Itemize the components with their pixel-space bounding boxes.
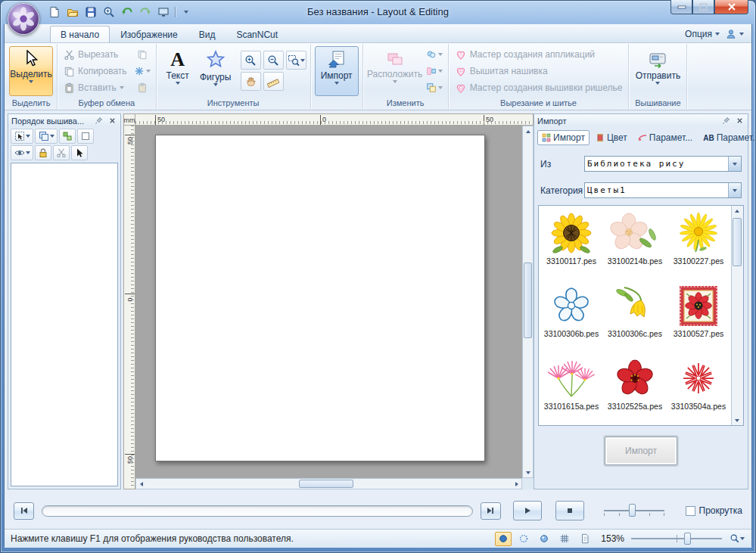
close-panel-button[interactable]	[107, 116, 117, 126]
realistic-view-button[interactable]	[536, 532, 552, 546]
option-menu-button[interactable]: Опция	[685, 29, 720, 39]
import-design-button[interactable]: Импорт	[605, 436, 677, 465]
customize-toolbar-button[interactable]	[181, 5, 191, 20]
gallery-scroll-up-button[interactable]	[732, 206, 742, 216]
scroll-down-button[interactable]	[523, 468, 533, 477]
vertical-scrollbar[interactable]	[522, 126, 534, 478]
gallery-item[interactable]: 33101615a.pes	[540, 353, 603, 426]
tab-scanncut[interactable]: ScanNCut	[226, 26, 288, 42]
lock-button[interactable]	[35, 145, 51, 160]
gallery-item[interactable]: 33100117.pes	[540, 208, 603, 281]
go-to-start-button[interactable]	[14, 502, 34, 520]
zoom-out-button[interactable]	[263, 51, 284, 70]
pin-panel-button[interactable]	[720, 116, 731, 126]
open-button[interactable]	[64, 5, 80, 20]
design-page[interactable]	[155, 135, 485, 461]
tab-home[interactable]: В начало	[50, 26, 110, 42]
go-to-end-button[interactable]	[481, 502, 501, 520]
cut-button[interactable]: Вырезать	[61, 46, 129, 63]
panel-tab-text-params[interactable]: АВ Парамет...	[698, 130, 756, 145]
gallery-item[interactable]: 33100306b.pes	[540, 281, 603, 353]
stop-button[interactable]	[555, 501, 584, 520]
applique-wizard-button[interactable]: Мастер создания аппликаций	[453, 46, 625, 63]
app-logo-button[interactable]	[8, 3, 39, 35]
horizontal-scrollbar[interactable]	[135, 478, 522, 489]
category-combobox[interactable]: Цветы1	[584, 182, 742, 198]
stitch-progress-slider[interactable]	[42, 505, 473, 517]
scroll-checkbox[interactable]	[686, 506, 695, 516]
stitch-view-button[interactable]	[515, 532, 532, 546]
zoom-slider[interactable]	[631, 531, 722, 546]
panel-tab-color[interactable]: Цвет	[591, 130, 632, 145]
save-button[interactable]	[82, 5, 98, 20]
blank-frame-button[interactable]	[77, 129, 94, 144]
maximize-button[interactable]	[692, 0, 714, 14]
user-menu-button[interactable]	[726, 29, 744, 39]
vertical-scroll-thumb[interactable]	[524, 263, 532, 338]
measure-tool-button[interactable]	[263, 72, 284, 91]
send-button[interactable]: Отправить	[633, 46, 683, 96]
solid-view-button[interactable]	[495, 532, 512, 546]
gallery-item[interactable]: 33100306c.pes	[603, 281, 667, 353]
horizontal-scroll-thumb[interactable]	[299, 480, 353, 488]
gallery-item[interactable]: 33102525a.pes	[603, 353, 667, 426]
layers-button[interactable]	[59, 129, 76, 144]
scroll-up-button[interactable]	[523, 126, 533, 136]
from-combobox-dropdown-button[interactable]	[728, 157, 741, 171]
cut-order-button[interactable]	[53, 145, 70, 160]
gallery-item[interactable]: 33103504a.pes	[667, 353, 730, 426]
group-objects-button[interactable]	[425, 46, 444, 63]
zoom-slider-thumb[interactable]	[684, 533, 691, 545]
redo-button[interactable]	[137, 5, 153, 20]
simulation-speed-slider[interactable]	[604, 502, 664, 520]
select-tool-button[interactable]: Выделить	[9, 46, 53, 96]
shapes-tool-button[interactable]: Фигуры	[195, 46, 236, 96]
copy-button[interactable]: Копировать	[61, 63, 129, 79]
gallery-scroll-thumb[interactable]	[733, 218, 742, 266]
tab-view[interactable]: Вид	[188, 26, 226, 42]
frame-select-button[interactable]	[11, 129, 33, 144]
align-button[interactable]	[425, 63, 444, 79]
pointer-button[interactable]	[71, 145, 88, 160]
grid-settings-button[interactable]	[556, 532, 573, 546]
design-settings-button[interactable]	[155, 5, 171, 20]
stacking-order-button[interactable]	[425, 79, 444, 96]
gallery-scroll-down-button[interactable]	[732, 415, 742, 425]
scroll-left-button[interactable]	[136, 479, 146, 489]
slider-thumb[interactable]	[629, 504, 636, 517]
patch-button[interactable]: Вышитая нашивка	[453, 63, 625, 79]
gallery-item[interactable]: 33100227.pes	[667, 208, 730, 281]
richelieu-wizard-button[interactable]: Мастер создания вышивки ришелье	[453, 79, 625, 96]
close-panel-button[interactable]	[734, 116, 745, 126]
mirror-copy-button[interactable]	[132, 63, 152, 79]
visibility-button[interactable]	[11, 145, 33, 160]
pan-tool-button[interactable]	[241, 72, 261, 91]
scroll-right-button[interactable]	[512, 479, 521, 489]
pin-panel-button[interactable]	[93, 116, 104, 126]
minimize-button[interactable]	[670, 0, 692, 14]
duplicate-button[interactable]	[132, 46, 152, 63]
import-button[interactable]: Импорт	[315, 46, 359, 96]
undo-button[interactable]	[119, 5, 135, 20]
gallery-item[interactable]: 33100527.pes	[667, 281, 730, 353]
paste-special-button[interactable]	[132, 79, 152, 96]
zoom-menu-button[interactable]	[729, 532, 745, 546]
zoom-area-button[interactable]	[286, 51, 306, 70]
sewing-order-list[interactable]	[11, 163, 118, 486]
canvas-viewport[interactable]	[135, 126, 522, 478]
zoom-in-button[interactable]	[241, 51, 261, 70]
play-button[interactable]	[513, 501, 542, 520]
from-combobox[interactable]: Библиотека рису	[584, 156, 742, 172]
zoom-fit-button[interactable]	[101, 5, 117, 20]
panel-tab-import[interactable]: Импорт	[537, 130, 590, 145]
text-tool-button[interactable]: A Текст	[160, 46, 195, 96]
paste-button[interactable]: Вставить	[61, 79, 129, 96]
panel-tab-sewing-params[interactable]: Парамет...	[633, 130, 697, 145]
gallery-item[interactable]: 33100214b.pes	[603, 208, 667, 281]
new-document-button[interactable]	[46, 5, 62, 20]
gallery-scrollbar[interactable]	[731, 206, 743, 425]
close-button[interactable]	[714, 0, 748, 14]
multi-frame-button[interactable]	[35, 129, 58, 144]
design-property-button[interactable]	[577, 532, 593, 546]
category-combobox-dropdown-button[interactable]	[728, 183, 741, 197]
